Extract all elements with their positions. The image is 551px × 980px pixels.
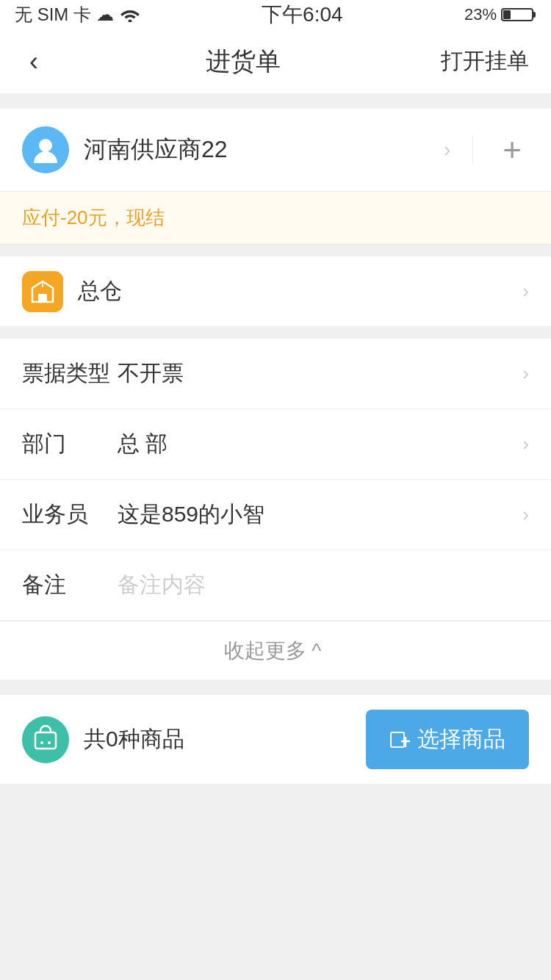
warehouse-label: 总仓 [78,276,522,306]
svg-point-4 [39,139,52,152]
wifi-icon [120,7,140,22]
supplier-chevron-icon: › [444,138,450,162]
svg-point-7 [40,741,43,744]
supplier-avatar [22,126,69,173]
remark-label: 备注 [22,570,118,600]
product-icon-bg [22,716,69,763]
add-supplier-button[interactable]: + [495,131,529,168]
battery-text: 23% [464,5,497,24]
dept-label: 部门 [22,429,118,459]
page-title: 进货单 [206,45,281,79]
warehouse-row[interactable]: 总仓 › [0,256,551,327]
section-divider-1 [0,94,551,109]
sales-chevron-icon: › [522,503,529,526]
gray-fill [0,784,551,980]
nav-bar: ‹ 进货单 打开挂单 [0,29,551,94]
status-time: 下午6:04 [262,1,343,29]
remark-input[interactable]: 备注内容 [118,570,529,600]
svg-rect-5 [38,294,47,302]
department-row[interactable]: 部门 总 部 › [0,409,551,480]
signal-text: 无 SIM 卡 ☁ [15,3,114,26]
status-bar: 无 SIM 卡 ☁ 下午6:04 23% [0,0,551,29]
supplier-divider [472,135,473,165]
sales-value: 这是859的小智 [118,500,522,530]
section-divider-2 [0,245,551,256]
bottom-bar: 共0种商品 选择商品 [0,694,551,784]
open-pending-button[interactable]: 打开挂单 [441,46,529,76]
section-divider-3 [0,327,551,339]
invoice-type-row[interactable]: 票据类型 不开票 › [0,339,551,409]
section-divider-4 [0,680,551,694]
select-product-button[interactable]: 选择商品 [366,710,529,769]
svg-point-8 [48,741,51,744]
warehouse-chevron-icon: › [522,280,529,303]
dept-chevron-icon: › [522,433,529,455]
sales-rep-row[interactable]: 业务员 这是859的小智 › [0,480,551,550]
cart-icon [31,725,60,754]
status-left: 无 SIM 卡 ☁ [15,3,140,26]
supplier-name: 河南供应商22 [84,134,444,166]
notice-bar: 应付-20元，现结 [0,192,551,245]
supplier-row[interactable]: 河南供应商22 › + [0,109,551,192]
sales-label: 业务员 [22,500,118,530]
invoice-label: 票据类型 [22,359,118,389]
svg-point-0 [128,20,132,23]
collapse-text: 收起更多 ^ [224,637,322,665]
collapse-more-button[interactable]: 收起更多 ^ [0,621,551,680]
svg-rect-3 [503,10,511,19]
battery-icon [501,7,536,23]
select-btn-label: 选择商品 [417,724,505,754]
invoice-value: 不开票 [118,359,522,389]
remark-row[interactable]: 备注 备注内容 [0,550,551,621]
back-button[interactable]: ‹ [22,39,46,84]
invoice-chevron-icon: › [522,362,529,385]
warehouse-icon [30,279,55,304]
user-icon [31,135,60,165]
dept-value: 总 部 [118,429,522,459]
svg-rect-6 [35,732,56,749]
status-right: 23% [464,5,536,24]
product-count-text: 共0种商品 [84,724,366,754]
select-product-icon [389,729,410,750]
warehouse-icon-bg [22,271,63,312]
notice-text: 应付-20元，现结 [22,206,165,228]
svg-rect-9 [391,732,404,747]
svg-rect-2 [533,12,536,18]
